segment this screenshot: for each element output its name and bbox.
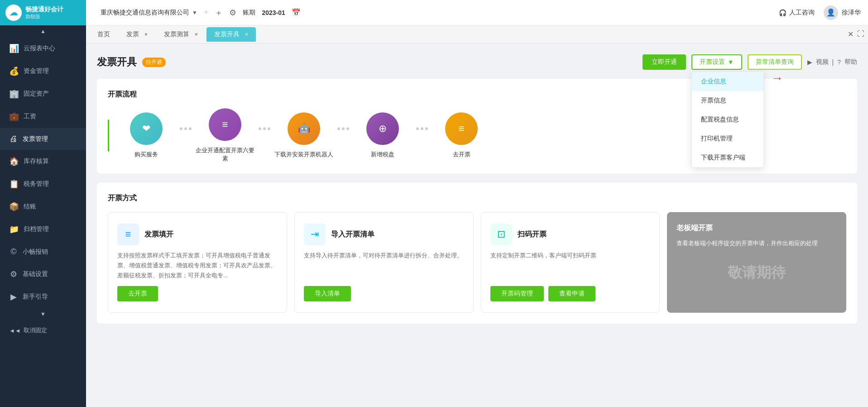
- company-selector[interactable]: 重庆畅捷交通信息咨询有限公司 ▼: [101, 9, 197, 17]
- sidebar-scroll-down[interactable]: ▼: [0, 308, 86, 320]
- step-connector-4: [414, 127, 430, 130]
- sidebar-scroll-up[interactable]: ▲: [0, 25, 86, 37]
- go-invoice-manual-button[interactable]: 去开票: [117, 286, 158, 301]
- company-name: 重庆畅捷交通信息咨询有限公司: [101, 9, 189, 17]
- fund-mgmt-icon: 💰: [9, 66, 19, 76]
- settings-button-label: 开票设置: [700, 58, 725, 66]
- tab-invoice-open-close[interactable]: ×: [245, 31, 248, 38]
- sidebar-cancel-pin[interactable]: ◄◄ 取消固定: [0, 320, 86, 341]
- import-list-button[interactable]: 导入清单: [304, 286, 351, 301]
- cancel-label: 取消固定: [24, 326, 47, 334]
- tab-invoice-test-label: 发票测算: [164, 30, 189, 39]
- sidebar-label: 固定资产: [24, 90, 49, 98]
- step-tax-label: 新增税盘: [371, 150, 394, 159]
- step-buy-icon: ❤: [130, 112, 163, 145]
- settings-icon[interactable]: ⚙: [229, 8, 236, 18]
- logo-icon: ☁: [5, 5, 22, 21]
- avatar: 👤: [824, 5, 838, 20]
- activate-button[interactable]: 立即开通: [643, 54, 686, 70]
- sidebar-item-settle[interactable]: 📦 结账: [0, 195, 86, 218]
- window-close-icon[interactable]: ✕: [848, 30, 854, 39]
- logo-sub: 旗舰版: [25, 13, 63, 20]
- sidebar-item-tax-mgmt[interactable]: 📋 税务管理: [0, 173, 86, 195]
- sidebar-item-payroll[interactable]: 💼 工资: [0, 105, 86, 128]
- sidebar: ▲ 📊 云报表中心 💰 资金管理 🏢 固定资产 💼 工资 🖨 发票管理 🏠 库存…: [0, 25, 86, 407]
- window-maximize-icon[interactable]: ⛶: [857, 30, 864, 39]
- step-download-robot: 🤖 下载并安装开票机器人: [272, 112, 336, 159]
- tab-home-label: 首页: [97, 30, 110, 39]
- dropdown-item-company-info[interactable]: 企业信息: [692, 72, 763, 91]
- page-title-area: 发票开具 待开通: [97, 55, 166, 69]
- tab-invoice[interactable]: 发票 ×: [119, 27, 155, 42]
- step-config-label: 企业开通配置开票六要素: [196, 146, 254, 163]
- page-header: 发票开具 待开通 立即开通 开票设置 ▼ 企业信息 开票信息: [97, 54, 857, 70]
- play-icon: ▶: [807, 58, 812, 66]
- qr-mgmt-button[interactable]: 开票码管理: [490, 286, 544, 301]
- user-area[interactable]: 👤 徐泽华: [824, 5, 861, 20]
- sidebar-item-new-guide[interactable]: ▶ 新手引导: [0, 286, 86, 308]
- consult-label: 人工咨询: [789, 9, 815, 17]
- company-dropdown-icon: ▼: [192, 10, 197, 16]
- user-name: 徐泽华: [842, 9, 861, 17]
- tax-mgmt-icon: 📋: [9, 179, 19, 189]
- sidebar-label: 资金管理: [24, 67, 49, 75]
- fixed-asset-icon: 🏢: [9, 89, 19, 99]
- sidebar-item-basic-settings[interactable]: ⚙ 基础设置: [0, 263, 86, 286]
- sidebar-item-inventory[interactable]: 🏠 库存核算: [0, 150, 86, 173]
- method-import-list: ⇥ 导入开票清单 支持导入待开票清单，可对待开票清单进行拆分、合并处理。 导入清…: [294, 212, 474, 313]
- method-scan-title: 扫码开票: [518, 230, 547, 239]
- sidebar-label: 新手引导: [23, 293, 48, 301]
- xiaochang-icon: ©: [9, 247, 18, 257]
- status-badge: 待开通: [142, 58, 166, 67]
- step-go-icon: ≡: [445, 112, 478, 145]
- method-boss-title: 老板端开票: [676, 223, 713, 233]
- sidebar-item-fixed-asset[interactable]: 🏢 固定资产: [0, 82, 86, 105]
- method-import-icon: ⇥: [304, 223, 326, 245]
- help-icon: ?: [837, 58, 841, 66]
- scan-btn-group: 开票码管理 查看申请: [490, 286, 651, 301]
- step-add-tax-disk: ⊕ 新增税盘: [351, 112, 414, 159]
- sidebar-label: 结账: [24, 203, 36, 211]
- sidebar-item-xiaochang[interactable]: © 小畅报销: [0, 241, 86, 263]
- settings-dropdown-container: 开票设置 ▼ 企业信息 开票信息 配置税盘信息 打印机管理 下载开票客户端 →: [691, 54, 742, 70]
- dropdown-item-tax-config[interactable]: 配置税盘信息: [692, 110, 763, 129]
- method-import-title: 导入开票清单: [331, 230, 374, 239]
- calendar-icon[interactable]: 📅: [292, 8, 301, 17]
- tab-home[interactable]: 首页: [90, 27, 118, 42]
- tab-invoice-close[interactable]: ×: [144, 31, 148, 38]
- sidebar-item-archive[interactable]: 📁 归档管理: [0, 218, 86, 241]
- sidebar-label: 工资: [24, 112, 36, 121]
- period-label: 账期: [243, 9, 255, 17]
- consult-button[interactable]: 🎧 人工咨询: [779, 9, 815, 17]
- methods-section-title: 开票方式: [108, 194, 846, 203]
- step-connector-1: [178, 127, 193, 130]
- video-label[interactable]: 视频: [816, 58, 829, 66]
- step-go-label: 去开票: [453, 150, 470, 159]
- view-apply-button[interactable]: 查看申请: [548, 286, 595, 301]
- sidebar-label: 小畅报销: [23, 248, 48, 256]
- sidebar-item-invoice-mgmt[interactable]: 🖨 发票管理: [0, 128, 86, 150]
- tab-invoice-open[interactable]: 发票开具 ×: [206, 27, 256, 42]
- step-buy-service: ❤ 购买服务: [115, 112, 178, 159]
- help-label[interactable]: 帮助: [844, 58, 857, 66]
- boss-overlay-text: 敬请期待: [676, 263, 837, 283]
- tab-invoice-open-label: 发票开具: [214, 30, 240, 39]
- step-buy-label: 购买服务: [134, 150, 158, 159]
- page-title: 发票开具: [97, 55, 137, 69]
- logo-area: ☁ 畅捷通好会计 旗舰版: [0, 0, 86, 25]
- tab-invoice-test[interactable]: 发票测算 ×: [156, 27, 206, 42]
- tab-invoice-test-close[interactable]: ×: [195, 31, 198, 38]
- settings-button[interactable]: 开票设置 ▼: [691, 54, 742, 70]
- abnormal-list-button[interactable]: 异常清单查询: [748, 54, 802, 70]
- dropdown-item-invoice-info[interactable]: 开票信息: [692, 91, 763, 110]
- page-actions: 立即开通 开票设置 ▼ 企业信息 开票信息 配置税盘信息 打印机管理 下载开票: [643, 54, 857, 70]
- method-manual-desc: 支持按照发票样式手工填开发票；可开具增值税电子普通发票、增值税普通发票、增值税专…: [117, 251, 278, 281]
- sidebar-item-cloud-report[interactable]: 📊 云报表中心: [0, 37, 86, 60]
- sidebar-item-fund-mgmt[interactable]: 💰 资金管理: [0, 60, 86, 82]
- add-company-button[interactable]: ＋: [215, 7, 223, 18]
- dropdown-item-printer-mgmt[interactable]: 打印机管理: [692, 129, 763, 148]
- logo-text: 畅捷通好会计: [25, 5, 63, 13]
- step-connector-3: [336, 127, 351, 130]
- dropdown-item-download-client[interactable]: 下载开票客户端: [692, 148, 763, 167]
- new-guide-icon: ▶: [9, 292, 18, 302]
